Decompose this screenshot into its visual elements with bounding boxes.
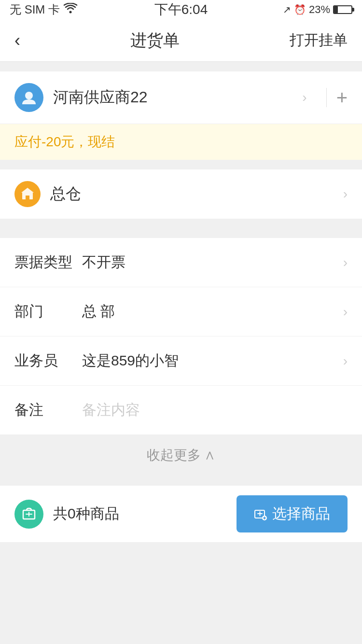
- supplier-avatar: [14, 83, 43, 112]
- svg-point-1: [25, 92, 33, 99]
- open-pending-button[interactable]: 打开挂单: [290, 30, 348, 50]
- invoice-value: 不开票: [82, 252, 343, 272]
- supplier-chevron-icon: ›: [302, 90, 306, 105]
- battery-icon: [333, 5, 352, 14]
- invoice-row[interactable]: 票据类型 不开票 ›: [0, 238, 362, 287]
- department-chevron-icon: ›: [343, 304, 348, 320]
- salesperson-chevron-icon: ›: [343, 353, 348, 369]
- location-icon: ↗: [283, 4, 291, 15]
- supplier-row[interactable]: 河南供应商22 › +: [0, 71, 362, 124]
- product-left: 共0种商品: [14, 500, 119, 529]
- nav-bar: ‹ 进货单 打开挂单: [0, 19, 362, 62]
- svg-rect-4: [26, 196, 29, 199]
- remark-row[interactable]: 备注 备注内容: [0, 386, 362, 434]
- collapse-button[interactable]: 收起更多 ∧: [0, 434, 362, 476]
- gap-2: [0, 160, 362, 169]
- department-row[interactable]: 部门 总 部 ›: [0, 287, 362, 336]
- add-supplier-button[interactable]: +: [336, 87, 348, 109]
- form-section: 票据类型 不开票 › 部门 总 部 › 业务员 这是859的小智 › 备注 备注…: [0, 238, 362, 434]
- invoice-chevron-icon: ›: [343, 255, 348, 270]
- salesperson-value: 这是859的小智: [82, 351, 343, 371]
- collapse-label: 收起更多 ∧: [147, 446, 216, 464]
- department-value: 总 部: [82, 302, 343, 322]
- bottom-area: [0, 542, 362, 644]
- product-bar: 共0种商品 选择商品: [0, 486, 362, 542]
- status-bar: 无 SIM 卡 下午6:04 ↗ ⏰ 23%: [0, 0, 362, 19]
- select-product-label: 选择商品: [272, 504, 330, 524]
- warehouse-chevron-icon: ›: [343, 186, 348, 202]
- salesperson-label: 业务员: [14, 351, 82, 371]
- back-button[interactable]: ‹: [14, 30, 20, 51]
- carrier-label: 无 SIM 卡: [10, 2, 60, 17]
- product-count-label: 共0种商品: [53, 504, 119, 524]
- battery-percent: 23%: [309, 3, 330, 16]
- warehouse-name: 总仓: [50, 183, 343, 205]
- warehouse-row[interactable]: 总仓 ›: [0, 169, 362, 219]
- remark-label: 备注: [14, 400, 82, 420]
- salesperson-row[interactable]: 业务员 这是859的小智 ›: [0, 336, 362, 386]
- svg-point-0: [70, 11, 72, 14]
- product-icon: [14, 500, 43, 529]
- status-time: 下午6:04: [154, 0, 208, 19]
- department-label: 部门: [14, 302, 82, 322]
- warehouse-icon: [14, 181, 41, 207]
- supplier-notice: 应付-20元，现结: [0, 124, 362, 160]
- status-right: ↗ ⏰ 23%: [283, 3, 352, 16]
- wifi-icon: [64, 3, 77, 16]
- gap-1: [0, 62, 362, 71]
- select-product-button[interactable]: 选择商品: [237, 495, 348, 532]
- svg-marker-3: [21, 188, 34, 193]
- remark-input[interactable]: 备注内容: [82, 400, 348, 420]
- supplier-section: 河南供应商22 › + 应付-20元，现结: [0, 71, 362, 160]
- warehouse-section: 总仓 ›: [0, 169, 362, 219]
- invoice-label: 票据类型: [14, 252, 82, 272]
- page-title: 进货单: [130, 29, 180, 52]
- divider: [326, 88, 327, 107]
- alarm-icon: ⏰: [294, 4, 306, 15]
- supplier-name: 河南供应商22: [53, 87, 302, 108]
- gap-3: [0, 219, 362, 228]
- status-left: 无 SIM 卡: [10, 2, 77, 17]
